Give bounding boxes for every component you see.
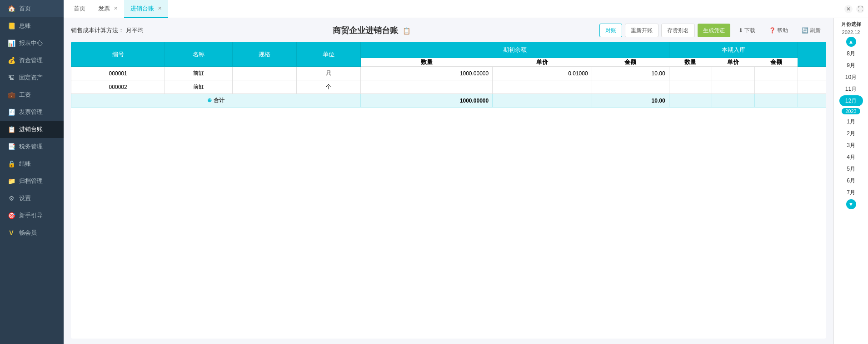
sidebar-item-salary[interactable]: 💼 工资 — [0, 86, 64, 103]
refresh-button[interactable]: 🔄 刷新 — [796, 24, 826, 37]
sidebar-item-label: 资金管理 — [19, 56, 43, 64]
sidebar-item-guide[interactable]: 🎯 新手引导 — [0, 207, 64, 224]
window-maximize-button[interactable]: ⛶ — [856, 5, 864, 13]
cell-in-price — [712, 67, 754, 80]
month-item-2023-2[interactable]: 2月 — [839, 128, 863, 139]
sidebar-item-home[interactable]: 🏠 首页 — [0, 0, 64, 17]
total-in-qty — [669, 94, 712, 108]
table-row: 000001 前缸 只 1000.00000 0.01000 10.00 — [71, 67, 826, 80]
duizhang-button[interactable]: 对账 — [599, 24, 622, 37]
month-nav-down[interactable]: ▼ — [846, 199, 856, 209]
sidebar-item-tax[interactable]: 📑 税务管理 — [0, 138, 64, 155]
help-button[interactable]: ❓ 帮助 — [763, 24, 793, 37]
month-item-2023-5[interactable]: 5月 — [839, 163, 863, 174]
col-num-header: 编号 — [71, 42, 165, 67]
salary-icon: 💼 — [7, 91, 15, 98]
col-in-amount-header: 金额 — [754, 58, 798, 67]
invoice-mgr-icon: 🧾 — [7, 108, 15, 116]
reports-icon: 📊 — [7, 39, 15, 47]
download-button[interactable]: ⬇ 下载 — [733, 24, 761, 37]
sidebar-item-reports[interactable]: 📊 报表中心 — [0, 34, 64, 52]
save-alias-button[interactable]: 存货别名 — [661, 24, 695, 37]
col-open-price-header: 单价 — [493, 58, 592, 67]
month-nav-up[interactable]: ▲ — [846, 37, 856, 47]
month-item-12[interactable]: 12月 — [839, 95, 863, 106]
month-item-10[interactable]: 10月 — [839, 72, 863, 83]
month-item-2023-1[interactable]: 1月 — [839, 116, 863, 127]
tab-home[interactable]: 首页 — [67, 0, 92, 18]
cell-in-qty — [669, 67, 712, 80]
guide-icon: 🎯 — [7, 212, 15, 219]
data-table: 编号 名称 规格 单位 期初余额 本期入库 数量 单价 金额 数量 — [71, 42, 826, 108]
page-body: 销售成本计算方法： 月平均 商贸企业进销台账 📋 对账 重新开账 存货别名 生成… — [64, 18, 833, 344]
sidebar-item-label: 结账 — [19, 160, 31, 168]
sidebar-item-settings[interactable]: ⚙ 设置 — [0, 190, 64, 207]
total-open-price — [493, 94, 592, 108]
month-item-2023-7[interactable]: 7月 — [839, 187, 863, 198]
tab-home-label: 首页 — [74, 5, 85, 13]
cell-num: 000001 — [71, 67, 165, 80]
ledger-icon: 📒 — [7, 22, 15, 29]
sidebar-item-label: 首页 — [19, 5, 31, 13]
total-extra — [798, 94, 826, 108]
cell-in-amount — [754, 80, 798, 94]
tabs-bar: 首页 发票 ✕ 进销台账 ✕ ✕ ⛶ — [64, 0, 868, 18]
cell-num: 000002 — [71, 80, 165, 94]
table-container: 编号 名称 规格 单位 期初余额 本期入库 数量 单价 金额 数量 — [71, 42, 826, 339]
total-in-price — [712, 94, 754, 108]
window-close-button[interactable]: ✕ — [844, 5, 853, 13]
col-extra-header — [798, 42, 826, 67]
tab-invoice[interactable]: 发票 ✕ — [92, 0, 124, 18]
content-area: 销售成本计算方法： 月平均 商贸企业进销台账 📋 对账 重新开账 存货别名 生成… — [64, 18, 868, 344]
sidebar-item-label: 归档管理 — [19, 177, 43, 185]
tab-jinxiao-label: 进销台账 — [130, 5, 154, 13]
month-item-2023-3[interactable]: 3月 — [839, 140, 863, 151]
sidebar-item-label: 固定资产 — [19, 74, 43, 82]
cost-method-value: 月平均 — [126, 27, 144, 34]
sidebar: 🏠 首页 📒 总账 📊 报表中心 💰 资金管理 🏗 固定资产 💼 工资 🧾 发票… — [0, 0, 64, 344]
help-icon: ❓ — [769, 27, 776, 34]
main-area: 首页 发票 ✕ 进销台账 ✕ ✕ ⛶ 销售成本计算方法： 月平均 商贸企业进销台… — [64, 0, 868, 344]
sidebar-item-label: 总账 — [19, 22, 31, 30]
month-item-11[interactable]: 11月 — [839, 84, 863, 94]
sidebar-item-ledger[interactable]: 📒 总账 — [0, 17, 64, 34]
toolbar: 对账 重新开账 存货别名 生成凭证 ⬇ 下载 ❓ 帮助 🔄 刷新 — [599, 24, 826, 37]
col-name-header: 名称 — [165, 42, 232, 67]
col-open-qty-header: 数量 — [360, 58, 493, 67]
page-title-area: 商贸企业进销台账 📋 — [144, 25, 599, 36]
cell-in-amount — [754, 67, 798, 80]
generate-button[interactable]: 生成凭证 — [698, 24, 730, 37]
home-icon: 🏠 — [7, 5, 15, 12]
sidebar-item-invoice-mgr[interactable]: 🧾 发票管理 — [0, 103, 64, 121]
sidebar-item-funds[interactable]: 💰 资金管理 — [0, 52, 64, 69]
month-item-9[interactable]: 9月 — [839, 60, 863, 71]
month-year-2022: 2022.12 — [842, 29, 860, 35]
col-in-qty-header: 数量 — [669, 58, 712, 67]
sidebar-item-label: 进销台账 — [19, 125, 43, 133]
cell-unit: 个 — [296, 80, 360, 94]
funds-icon: 💰 — [7, 57, 15, 64]
col-spec-header: 规格 — [232, 42, 296, 67]
tab-invoice-close[interactable]: ✕ — [114, 5, 118, 11]
sidebar-item-archive[interactable]: 📁 归档管理 — [0, 172, 64, 190]
tab-jinxiao[interactable]: 进销台账 ✕ — [124, 0, 168, 18]
col-in-price-header: 单价 — [712, 58, 754, 67]
archive-icon: 📁 — [7, 177, 15, 185]
sidebar-item-closing[interactable]: 🔒 结账 — [0, 155, 64, 172]
jinxiao-icon: 📋 — [7, 126, 15, 133]
month-item-2023-6[interactable]: 6月 — [839, 175, 863, 186]
sidebar-item-jinxiao[interactable]: 📋 进销台账 — [0, 121, 64, 138]
download-icon: ⬇ — [738, 27, 743, 34]
reopen-button[interactable]: 重新开账 — [625, 24, 658, 37]
info-icon[interactable]: 📋 — [403, 27, 410, 34]
month-item-2023-4[interactable]: 4月 — [839, 152, 863, 162]
tab-jinxiao-close[interactable]: ✕ — [158, 5, 162, 11]
sidebar-item-member[interactable]: V 畅会员 — [0, 224, 64, 241]
total-row: ⊕合计 1000.00000 10.00 — [71, 94, 826, 108]
month-item-8[interactable]: 8月 — [839, 48, 863, 59]
cost-method-label: 销售成本计算方法： — [71, 27, 124, 34]
sidebar-item-assets[interactable]: 🏗 固定资产 — [0, 69, 64, 86]
col-unit-header: 单位 — [296, 42, 360, 67]
sidebar-item-label: 税务管理 — [19, 143, 43, 151]
col-opening-header: 期初余额 — [360, 42, 669, 58]
